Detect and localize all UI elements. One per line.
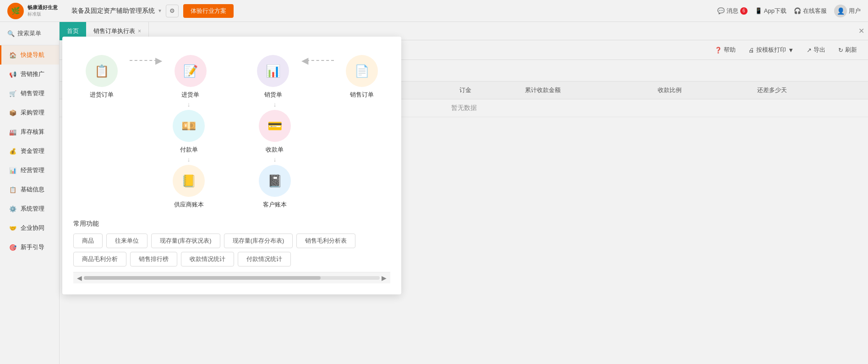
flow-item-purchase-order: 📋 进货订单	[73, 55, 130, 99]
scroll-thumb	[84, 276, 321, 280]
flow-label-receipt: 收款单	[266, 146, 284, 154]
flow-circle-inbound: 📝	[175, 55, 207, 87]
scroll-left-btn[interactable]: ◀	[77, 274, 82, 282]
flow-label-payment: 付款单	[180, 146, 198, 154]
common-btns-container: 商品往来单位现存量(库存状况表)现存量(库存分布表)销售毛利分析表商品毛利分析销…	[73, 234, 390, 266]
flow-label-inbound: 进货单	[181, 91, 199, 99]
flow-label-supplier-ledger: 供应商账本	[174, 201, 204, 209]
flow-item-inbound: 📝 进货单	[162, 55, 218, 99]
arrow-purchase-to-inbound: ▶	[130, 55, 162, 77]
arrow-inbound-down: ↓	[159, 101, 218, 108]
flow-label-sales-order: 销售订单	[350, 91, 374, 99]
arrow-sales-order-to-out: ◀	[301, 55, 334, 77]
arrow-sales-out-down: ↓	[246, 101, 305, 108]
flow-circle-sales-order: 📄	[346, 55, 378, 87]
flow-row-3: 📒 供应商账本 📓 客户账本	[73, 165, 390, 209]
scroll-track	[84, 276, 380, 280]
common-function-btn[interactable]: 往来单位	[106, 234, 147, 248]
overlay: 📋 进货订单 ▶ 📝 进货单	[0, 0, 868, 364]
flow-item-customer-ledger: 📓 客户账本	[246, 165, 305, 209]
flow-row-arrows-down-2: ↓ ↓	[73, 154, 390, 165]
arrow-receipt-down: ↓	[246, 156, 305, 163]
flow-circle-supplier-ledger: 📒	[173, 165, 205, 197]
app-container: 🌿 畅康通好生意 标准版 装备及固定资产辅助管理系统 ▼ ⚙ 体验行业方案 💬 …	[0, 0, 868, 364]
common-function-btn[interactable]: 付款情况统计	[238, 252, 291, 266]
flow-circle-payment: 💴	[173, 110, 205, 142]
flow-row-arrows-down-1: ↓ ↓	[73, 99, 390, 110]
flow-circle-customer-ledger: 📓	[259, 165, 291, 197]
common-function-btn[interactable]: 现存量(库存状况表)	[151, 234, 220, 248]
scroll-right-btn[interactable]: ▶	[382, 274, 387, 282]
flow-label-purchase-order: 进货订单	[90, 91, 114, 99]
common-function-btn[interactable]: 销售排行榜	[130, 252, 177, 266]
flow-item-receipt: 💳 收款单	[246, 110, 305, 154]
flow-circle-receipt: 💳	[259, 110, 291, 142]
flow-label-customer-ledger: 客户账本	[263, 201, 287, 209]
flow-item-sales-order: 📄 销售订单	[334, 55, 390, 99]
common-function-btn[interactable]: 收款情况统计	[181, 252, 234, 266]
flow-item-sales-out: 📊 销货单	[245, 55, 301, 99]
flow-item-payment: 💴 付款单	[159, 110, 218, 154]
flow-section: 📋 进货订单 ▶ 📝 进货单	[73, 48, 390, 216]
flow-label-sales-out: 销货单	[264, 91, 282, 99]
flow-popup: 📋 进货订单 ▶ 📝 进货单	[62, 37, 401, 294]
common-function-btn[interactable]: 销售毛利分析表	[296, 234, 355, 248]
popup-scrollbar[interactable]: ◀ ▶	[73, 272, 390, 283]
common-function-btn[interactable]: 商品毛利分析	[73, 252, 126, 266]
flow-circle-sales-out: 📊	[257, 55, 289, 87]
common-section: 常用功能 商品往来单位现存量(库存状况表)现存量(库存分布表)销售毛利分析表商品…	[73, 220, 390, 266]
arrow-payment-down: ↓	[159, 156, 218, 163]
common-function-btn[interactable]: 商品	[73, 234, 103, 248]
flow-item-supplier-ledger: 📒 供应商账本	[159, 165, 218, 209]
common-function-btn[interactable]: 现存量(库存分布表)	[224, 234, 293, 248]
flow-circle-purchase-order: 📋	[86, 55, 118, 87]
common-section-title: 常用功能	[73, 220, 390, 228]
